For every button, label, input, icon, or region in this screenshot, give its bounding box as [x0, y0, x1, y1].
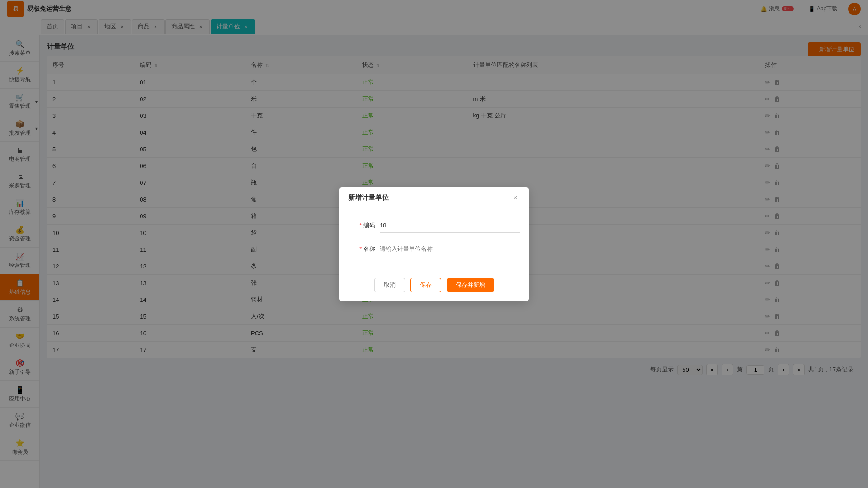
add-unit-modal: 新增计量单位 × 编码 名称 取消 保存 保存并新增: [339, 187, 529, 301]
name-label: 名称: [348, 245, 375, 253]
cancel-button[interactable]: 取消: [374, 278, 405, 292]
modal-body: 编码 名称: [339, 207, 529, 272]
modal-footer: 取消 保存 保存并新增: [339, 272, 529, 301]
name-input[interactable]: [380, 242, 520, 256]
code-label: 编码: [348, 221, 375, 230]
modal-title: 新增计量单位: [348, 193, 389, 202]
code-input[interactable]: [380, 218, 520, 233]
modal-close-button[interactable]: ×: [511, 193, 520, 202]
form-row-code: 编码: [348, 218, 520, 233]
save-and-new-button[interactable]: 保存并新增: [447, 278, 494, 292]
form-row-name: 名称: [348, 242, 520, 256]
modal-overlay: 新增计量单位 × 编码 名称 取消 保存 保存并新增: [0, 0, 868, 488]
save-button[interactable]: 保存: [410, 278, 441, 292]
modal-header: 新增计量单位 ×: [339, 187, 529, 207]
